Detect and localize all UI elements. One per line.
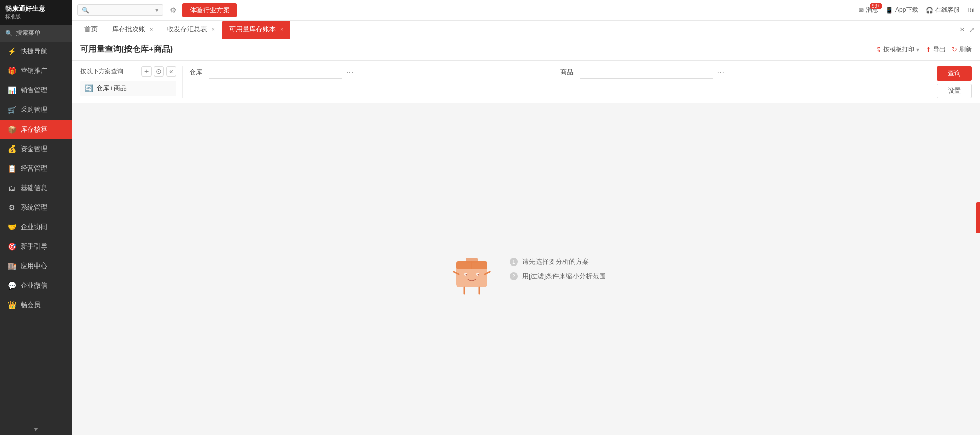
sidebar-item-shortcut[interactable]: ⚡ 快捷导航 (0, 42, 72, 61)
headset-icon: 🎧 (926, 7, 933, 14)
scheme-add-btn[interactable]: + (141, 66, 152, 77)
folder-icon: 🗂 (7, 184, 16, 192)
target-icon: 🎯 (7, 242, 16, 251)
tab-expand-btn[interactable]: ⤢ (969, 26, 975, 34)
sidebar-item-operation[interactable]: 📋 经营管理 (0, 159, 72, 178)
tab-batch-account-close[interactable]: × (150, 26, 153, 32)
export-label: 导出 (933, 45, 946, 54)
topbar-msg-btn[interactable]: ✉ 消息 99+ (859, 6, 878, 14)
tab-collect-summary-label: 收发存汇总表 (167, 25, 207, 34)
goods-more-btn[interactable]: ··· (717, 68, 724, 77)
empty-text: 1 请先选择要分析的方案 2 用[过滤]条件来缩小分析范围 (510, 257, 606, 281)
main-area: 🔍 ▾ ⚙ 体验行业方案 ✉ 消息 99+ 📱 App下载 🎧 在线客服 Rit (72, 0, 980, 435)
sidebar-nav: ⚡ 快捷导航 🎁 营销推广 📊 销售管理 🛒 采购管理 📦 库存核算 💰 资金管… (0, 42, 72, 424)
money-icon: 💰 (7, 145, 16, 153)
sidebar-item-system[interactable]: ⚙ 系统管理 (0, 198, 72, 217)
scheme-sync-icon: 🔄 (84, 84, 93, 92)
scheme-settings-btn[interactable]: ⊙ (154, 66, 164, 77)
topbar-user-btn[interactable]: Rit (967, 7, 975, 14)
tab-available-qty[interactable]: 可用量库存账本 × (222, 21, 290, 39)
tab-collect-summary-close[interactable]: × (211, 26, 214, 32)
warehouse-label: 仓库 (189, 68, 205, 77)
handshake-icon: 🤝 (7, 223, 16, 231)
sidebar-item-label: 畅会员 (21, 300, 41, 310)
topbar-gear-icon[interactable]: ⚙ (168, 6, 178, 15)
wechat-icon: 💬 (7, 281, 16, 290)
hint-text-2: 用[过滤]条件来缩小分析范围 (522, 272, 606, 281)
msg-badge: 99+ (870, 3, 882, 9)
sidebar-scroll-down[interactable]: ▼ (0, 424, 72, 435)
tab-batch-account[interactable]: 库存批次账 × (105, 21, 160, 39)
scheme-warehouse-goods[interactable]: 🔄 仓库+商品 (80, 81, 176, 96)
topbar: 🔍 ▾ ⚙ 体验行业方案 ✉ 消息 99+ 📱 App下载 🎧 在线客服 Rit (72, 0, 980, 21)
store-icon: 🏬 (7, 262, 16, 270)
empty-hint-1: 1 请先选择要分析的方案 (510, 257, 606, 267)
warehouse-more-btn[interactable]: ··· (346, 68, 353, 77)
filter-scheme-header: 按以下方案查询 + ⊙ « (80, 66, 176, 77)
svg-rect-3 (466, 258, 478, 263)
sidebar-item-purchase[interactable]: 🛒 采购管理 (0, 100, 72, 120)
tab-home[interactable]: 首页 (77, 21, 105, 39)
sidebar-item-finance[interactable]: 💰 资金管理 (0, 139, 72, 159)
sidebar-search-item[interactable]: 🔍 搜索菜单 (0, 25, 72, 42)
sidebar-item-label: 基础信息 (21, 183, 47, 193)
sidebar-item-label: 营销推广 (21, 66, 47, 75)
export-btn[interactable]: ⬆ 导出 (926, 45, 946, 54)
filter-area: 按以下方案查询 + ⊙ « 🔄 仓库+商品 仓库 (72, 61, 980, 103)
tab-close-all-btn[interactable]: × (960, 25, 965, 34)
sidebar-item-label: 采购管理 (21, 105, 47, 115)
query-btn[interactable]: 查询 (937, 66, 972, 81)
print-btn[interactable]: 🖨 按模板打印 ▾ (875, 45, 919, 54)
sidebar-item-label: 企业协同 (21, 222, 47, 232)
tab-available-qty-close[interactable]: × (280, 26, 283, 32)
topbar-search-input[interactable] (91, 7, 153, 14)
sidebar-item-inventory[interactable]: 📦 库存核算 (0, 120, 72, 139)
message-icon: ✉ (859, 7, 864, 14)
right-side-handle[interactable] (976, 202, 980, 233)
box-icon: 📦 (7, 125, 16, 134)
filter-settings-btn[interactable]: 设置 (937, 84, 972, 98)
tab-home-label: 首页 (84, 25, 98, 34)
sidebar-item-member[interactable]: 👑 畅会员 (0, 295, 72, 315)
refresh-icon: ↻ (952, 46, 957, 53)
sidebar-item-label: 销售管理 (21, 86, 47, 95)
chevron-down-icon: ▼ (33, 426, 39, 433)
refresh-label: 刷新 (959, 45, 972, 54)
refresh-btn[interactable]: ↻ 刷新 (952, 45, 972, 54)
topbar-service-btn[interactable]: 🎧 在线客服 (926, 6, 960, 14)
filter-row: 仓库 ··· 商品 ··· (189, 66, 922, 79)
topbar-app-btn[interactable]: 📱 App下载 (885, 6, 918, 14)
sidebar-item-sales[interactable]: 📊 销售管理 (0, 81, 72, 100)
tab-batch-account-label: 库存批次账 (112, 25, 145, 34)
print-label: 按模板打印 (883, 45, 914, 54)
sidebar-item-newbie[interactable]: 🎯 新手引导 (0, 237, 72, 256)
empty-state: 1 请先选择要分析的方案 2 用[过滤]条件来缩小分析范围 (72, 103, 980, 435)
clipboard-icon: 📋 (7, 164, 16, 173)
edition-label: 标准版 (5, 13, 21, 21)
trial-btn[interactable]: 体验行业方案 (182, 3, 237, 17)
shortcut-icon: ⚡ (7, 47, 16, 55)
goods-input[interactable] (580, 66, 713, 79)
tab-collect-summary[interactable]: 收发存汇总表 × (160, 21, 221, 39)
topbar-dropdown-icon[interactable]: ▾ (155, 6, 159, 14)
topbar-search-box[interactable]: 🔍 ▾ (77, 4, 163, 16)
sidebar-item-appstore[interactable]: 🏬 应用中心 (0, 256, 72, 276)
empty-hint-2: 2 用[过滤]条件来缩小分析范围 (510, 272, 606, 281)
sidebar-item-enterprise[interactable]: 🤝 企业协同 (0, 217, 72, 237)
phone-icon: 📱 (885, 7, 893, 14)
sidebar-item-basic[interactable]: 🗂 基础信息 (0, 178, 72, 198)
sidebar-item-wechat[interactable]: 💬 企业微信 (0, 276, 72, 295)
search-icon: 🔍 (5, 30, 13, 37)
crown-icon: 👑 (7, 301, 16, 309)
sidebar-logo: 畅康通好生意 标准版 (0, 0, 72, 25)
scheme-collapse-btn[interactable]: « (166, 66, 176, 77)
export-icon: ⬆ (926, 46, 931, 53)
sidebar-item-marketing[interactable]: 🎁 营销推广 (0, 61, 72, 81)
print-dropdown-icon[interactable]: ▾ (916, 46, 919, 53)
sidebar-item-label: 快捷导航 (21, 47, 47, 56)
sidebar: 畅康通好生意 标准版 🔍 搜索菜单 ⚡ 快捷导航 🎁 营销推广 📊 销售管理 🛒… (0, 0, 72, 435)
app-label: App下载 (895, 6, 918, 14)
empty-illustration (446, 243, 497, 295)
warehouse-input[interactable] (209, 66, 342, 79)
sidebar-item-label: 经营管理 (21, 164, 47, 173)
